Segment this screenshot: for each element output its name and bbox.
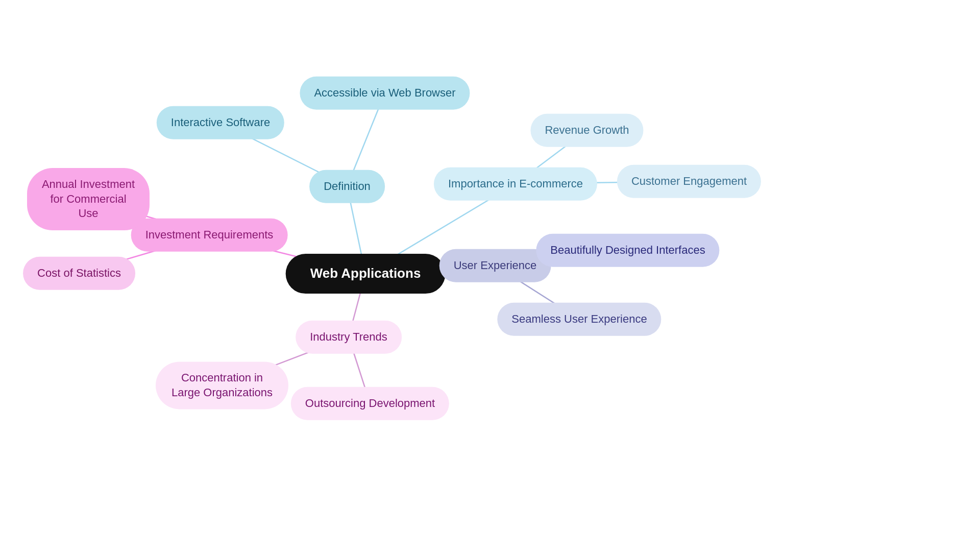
investment-requirements-node[interactable]: Investment Requirements <box>131 219 288 252</box>
customer-engagement-node[interactable]: Customer Engagement <box>617 165 761 198</box>
definition-node[interactable]: Definition <box>309 170 385 203</box>
user-experience-node[interactable]: User Experience <box>439 249 551 282</box>
annual-investment-node[interactable]: Annual Investment for Commercial Use <box>27 168 150 230</box>
revenue-growth-node[interactable]: Revenue Growth <box>530 114 643 147</box>
center-node[interactable]: Web Applications <box>286 254 446 294</box>
beautifully-designed-node[interactable]: Beautifully Designed Interfaces <box>536 234 719 267</box>
seamless-ux-node[interactable]: Seamless User Experience <box>497 303 661 336</box>
outsourcing-node[interactable]: Outsourcing Development <box>291 387 449 420</box>
importance-ecommerce-node[interactable]: Importance in E-commerce <box>434 167 597 201</box>
cost-statistics-node[interactable]: Cost of Statistics <box>23 257 135 290</box>
industry-trends-node[interactable]: Industry Trends <box>296 321 402 354</box>
accessible-node[interactable]: Accessible via Web Browser <box>300 77 470 110</box>
interactive-node[interactable]: Interactive Software <box>157 106 284 139</box>
concentration-node[interactable]: Concentration in Large Organizations <box>156 362 288 409</box>
